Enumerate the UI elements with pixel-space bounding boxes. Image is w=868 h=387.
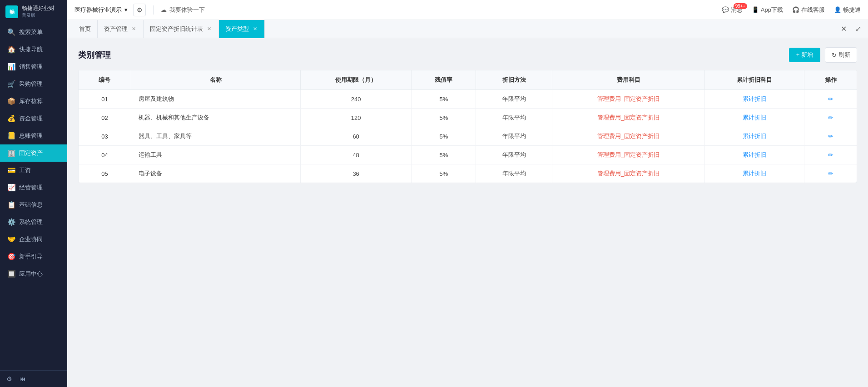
cell-period: 36 — [300, 164, 412, 183]
tab-label: 固定资产折旧统计表 — [150, 25, 203, 33]
sidebar-item-label: 新手引导 — [19, 253, 43, 261]
cell-accum: 累计折旧 — [705, 146, 804, 164]
sidebar-item-label: 基础信息 — [19, 201, 43, 209]
sidebar-item-search[interactable]: 🔍 搜索菜单 — [0, 24, 67, 41]
app-download-button[interactable]: 📱 App下载 — [752, 6, 783, 14]
sidebar-item-fixed[interactable]: 🏢 固定资产 — [0, 144, 67, 162]
close-tab-button[interactable]: ✕ — [837, 23, 850, 35]
sidebar-footer: ⚙ ⏮ — [0, 370, 67, 387]
column-header-残值率: 残值率 — [412, 70, 476, 90]
cell-method: 年限平均 — [476, 127, 552, 146]
cell-accum: 累计折旧 — [705, 90, 804, 109]
cell-cost: 管理费用_固定资产折旧 — [552, 127, 705, 146]
table-header-row: 编号名称使用期限（月）残值率折旧方法费用科目累计折旧科目操作 — [79, 70, 857, 90]
sidebar-item-sales[interactable]: 📊 销售管理 — [0, 58, 67, 75]
tab-close-icon[interactable]: ✕ — [130, 26, 137, 32]
user-label: 畅捷通 — [843, 6, 861, 14]
sidebar-item-system[interactable]: ⚙️ 系统管理 — [0, 213, 67, 231]
customer-service-button[interactable]: 🎧 在线客服 — [792, 6, 825, 14]
collapse-icon[interactable]: ⏮ — [20, 375, 26, 382]
sidebar-item-guide[interactable]: 🎯 新手引导 — [0, 248, 67, 265]
sidebar-item-purchase[interactable]: 🛒 采购管理 — [0, 75, 67, 93]
sales-icon: 📊 — [7, 63, 15, 71]
cell-accum: 累计折旧 — [705, 127, 804, 146]
cell-action[interactable]: ✏ — [804, 164, 857, 183]
column-header-累计折旧科目: 累计折旧科目 — [705, 70, 804, 90]
sidebar-item-ledger[interactable]: 📒 总账管理 — [0, 127, 67, 144]
phone-icon: 📱 — [752, 6, 759, 13]
experience-button[interactable]: ☁ 我要体验一下 — [161, 6, 205, 14]
capital-icon: 💰 — [7, 114, 15, 123]
app-logo: 畅 畅捷通好业财 普及版 — [0, 0, 67, 24]
sidebar-item-enterprise[interactable]: 🤝 企业协同 — [0, 231, 67, 248]
sidebar-nav: 🔍 搜索菜单 🏠 快捷导航 📊 销售管理 🛒 采购管理 📦 库存核算 💰 资金管… — [0, 24, 67, 370]
cell-action[interactable]: ✏ — [804, 109, 857, 127]
tab-资产管理[interactable]: 资产管理✕ — [98, 20, 144, 38]
cell-residual: 5% — [412, 90, 476, 109]
refresh-button[interactable]: ↻ 刷新 — [825, 47, 857, 63]
cell-action[interactable]: ✏ — [804, 127, 857, 146]
sidebar-item-basic[interactable]: 📋 基础信息 — [0, 196, 67, 213]
maximize-button[interactable]: ⤢ — [852, 23, 864, 35]
sidebar-item-label: 企业协同 — [19, 235, 43, 243]
cell-code: 03 — [79, 127, 131, 146]
apps-icon: 🔲 — [7, 270, 15, 278]
tab-首页[interactable]: 首页 — [73, 20, 98, 38]
sidebar-item-operations[interactable]: 📈 经营管理 — [0, 179, 67, 196]
system-icon: ⚙️ — [7, 218, 15, 226]
cell-cost: 管理费用_固定资产折旧 — [552, 146, 705, 164]
header-actions: + 新增 ↻ 刷新 — [789, 47, 857, 63]
tabbar: 首页资产管理✕固定资产折旧统计表✕资产类型✕ ✕ ⤢ — [67, 20, 868, 38]
edit-icon[interactable]: ✏ — [828, 170, 833, 177]
tab-label: 首页 — [79, 25, 91, 33]
cell-action[interactable]: ✏ — [804, 146, 857, 164]
column-header-编号: 编号 — [79, 70, 131, 90]
table-header: 编号名称使用期限（月）残值率折旧方法费用科目累计折旧科目操作 — [79, 70, 857, 90]
basic-icon: 📋 — [7, 201, 15, 209]
operations-icon: 📈 — [7, 184, 15, 192]
cell-action[interactable]: ✏ — [804, 90, 857, 109]
sidebar-item-label: 固定资产 — [19, 149, 43, 157]
user-menu[interactable]: 👤 畅捷通 — [834, 6, 861, 14]
tab-资产类型[interactable]: 资产类型✕ — [219, 20, 265, 38]
table-row: 01 房屋及建筑物 240 5% 年限平均 管理费用_固定资产折旧 累计折旧 ✏ — [79, 90, 857, 109]
search-icon: 🔍 — [7, 28, 15, 36]
edit-icon[interactable]: ✏ — [828, 95, 833, 103]
sidebar-item-inventory[interactable]: 📦 库存核算 — [0, 93, 67, 110]
settings-button[interactable]: ⚙ — [133, 4, 146, 16]
edit-icon[interactable]: ✏ — [828, 114, 833, 121]
column-header-操作: 操作 — [804, 70, 857, 90]
enterprise-icon: 🤝 — [7, 235, 15, 243]
cell-method: 年限平均 — [476, 164, 552, 183]
sidebar-item-quicknav[interactable]: 🏠 快捷导航 — [0, 41, 67, 58]
tab-close-icon[interactable]: ✕ — [252, 26, 258, 32]
table-row: 02 机器、机械和其他生产设备 120 5% 年限平均 管理费用_固定资产折旧 … — [79, 109, 857, 127]
guide-icon: 🎯 — [7, 253, 15, 261]
settings-icon[interactable]: ⚙ — [6, 375, 12, 382]
sidebar-item-capital[interactable]: 💰 资金管理 — [0, 110, 67, 127]
demo-selector[interactable]: 医疗器械行业演示 ▾ — [74, 6, 128, 14]
tab-固定资产折旧统计表[interactable]: 固定资产折旧统计表✕ — [144, 20, 219, 38]
edit-icon[interactable]: ✏ — [828, 151, 833, 159]
sidebar-item-salary[interactable]: 💳 工资 — [0, 162, 67, 179]
tab-close-icon[interactable]: ✕ — [206, 26, 212, 32]
topbar: 医疗器械行业演示 ▾ ⚙ ☁ 我要体验一下 💬 消息 99++ 📱 App下载 … — [67, 0, 868, 20]
main-content: 医疗器械行业演示 ▾ ⚙ ☁ 我要体验一下 💬 消息 99++ 📱 App下载 … — [67, 0, 868, 387]
message-button[interactable]: 💬 消息 99++ — [722, 6, 743, 14]
message-icon: 💬 — [722, 6, 729, 13]
cell-name: 房屋及建筑物 — [131, 90, 300, 109]
sidebar-item-label: 资金管理 — [19, 114, 43, 123]
new-button[interactable]: + 新增 — [789, 48, 820, 62]
cell-cost: 管理费用_固定资产折旧 — [552, 164, 705, 183]
sidebar-item-label: 工资 — [19, 166, 31, 174]
cell-period: 240 — [300, 90, 412, 109]
sidebar-item-label: 应用中心 — [19, 270, 43, 278]
cell-residual: 5% — [412, 109, 476, 127]
edit-icon[interactable]: ✏ — [828, 133, 833, 140]
refresh-icon: ↻ — [832, 52, 837, 59]
cell-code: 01 — [79, 90, 131, 109]
sidebar-item-apps[interactable]: 🔲 应用中心 — [0, 265, 67, 283]
cell-method: 年限平均 — [476, 109, 552, 127]
purchase-icon: 🛒 — [7, 80, 15, 88]
table-row: 04 运输工具 48 5% 年限平均 管理费用_固定资产折旧 累计折旧 ✏ — [79, 146, 857, 164]
